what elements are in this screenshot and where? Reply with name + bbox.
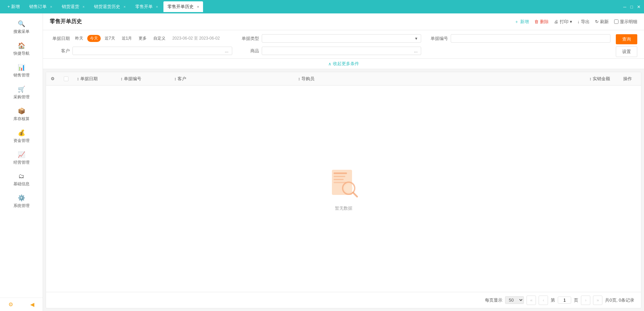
page-suffix: 页 bbox=[574, 297, 578, 303]
tab-retail-bill[interactable]: 零售开单 × bbox=[131, 1, 162, 12]
th-settings[interactable]: ⚙ bbox=[46, 76, 59, 81]
select-all-checkbox[interactable] bbox=[64, 76, 68, 81]
current-page-input[interactable] bbox=[558, 297, 571, 304]
th-bill-no-label: ↕ 单据编号 bbox=[120, 76, 141, 82]
sidebar-item-label: 搜索采单 bbox=[13, 29, 30, 35]
th-customer[interactable]: ↕ 客户 bbox=[170, 76, 294, 82]
bill-no-input[interactable] bbox=[451, 34, 610, 43]
date-tab-1month[interactable]: 近1月 bbox=[119, 35, 135, 42]
export-button[interactable]: ↓ 导出 bbox=[578, 19, 590, 25]
table-header: ⚙ ↕ 单据日期 ↕ 单据编号 ↕ 客户 ↕ 导购员 bbox=[46, 72, 641, 86]
filter-goods: 商品 ... bbox=[239, 47, 422, 55]
finance-icon: 💰 bbox=[18, 129, 25, 137]
th-amount[interactable]: ↕ 实销金额 bbox=[574, 76, 614, 82]
date-tabs: 昨天 今天 近7天 近1月 更多 自定义 bbox=[72, 35, 168, 42]
filter-customer: 客户 ... bbox=[50, 47, 232, 55]
add-label: 新增 bbox=[520, 19, 529, 25]
home-icon: 🏠 bbox=[18, 42, 25, 49]
tab-sales-return[interactable]: 销货退货 × bbox=[58, 1, 89, 12]
refresh-label: 刷新 bbox=[600, 19, 609, 25]
date-tab-7days[interactable]: 近7天 bbox=[102, 35, 118, 42]
sidebar-item-label: 经营管理 bbox=[13, 160, 30, 165]
close-icon[interactable]: × bbox=[83, 5, 85, 9]
first-page-button[interactable]: « bbox=[527, 296, 536, 305]
empty-text: 暂无数据 bbox=[335, 205, 352, 211]
display-detail-checkbox-container[interactable]: 显示明细 bbox=[614, 19, 637, 25]
display-detail-checkbox[interactable] bbox=[614, 19, 618, 24]
tab-retail-history[interactable]: 零售开单历史 × bbox=[163, 1, 203, 12]
bill-type-select[interactable]: ▾ bbox=[262, 34, 422, 43]
date-tab-more[interactable]: 更多 bbox=[136, 35, 149, 42]
th-checkbox[interactable] bbox=[59, 76, 73, 81]
goods-label: 商品 bbox=[239, 48, 259, 54]
prev-page-icon: ‹ bbox=[543, 298, 544, 303]
sidebar: 🔍 搜索采单 🏠 快捷导航 📊 销售管理 🛒 采购管理 📦 库存核算 💰 资金管… bbox=[0, 13, 43, 311]
date-tab-today[interactable]: 今天 bbox=[87, 35, 101, 42]
maximize-button[interactable]: □ bbox=[630, 4, 633, 9]
sidebar-item-inventory[interactable]: 📦 库存核算 bbox=[0, 103, 43, 125]
sidebar-item-quicknav[interactable]: 🏠 快捷导航 bbox=[0, 38, 43, 60]
top-navigation: + 新增 销售订单 × 销货退货 × 销货退货历史 × 零售开单 × 零售开单历… bbox=[0, 0, 644, 13]
date-label: 单据日期 bbox=[50, 36, 70, 42]
svg-rect-2 bbox=[334, 176, 345, 177]
bill-type-label: 单据类型 bbox=[239, 36, 259, 42]
filter-bill-no: 单据编号 bbox=[428, 34, 610, 43]
date-tab-yesterday[interactable]: 昨天 bbox=[72, 35, 86, 42]
customer-label: 客户 bbox=[50, 48, 70, 54]
last-page-button[interactable]: » bbox=[593, 296, 602, 305]
tab-home[interactable]: + 新增 bbox=[3, 1, 24, 12]
close-icon[interactable]: × bbox=[50, 5, 52, 9]
collapse-sidebar-button[interactable]: ◀ bbox=[30, 301, 34, 308]
sidebar-item-finance[interactable]: 💰 资金管理 bbox=[0, 125, 43, 147]
goods-select[interactable]: ... bbox=[262, 47, 422, 55]
close-icon[interactable]: × bbox=[123, 5, 126, 9]
th-bill-no[interactable]: ↕ 单据编号 bbox=[116, 76, 170, 82]
date-tab-custom[interactable]: 自定义 bbox=[151, 35, 168, 42]
settings-bottom-icon[interactable]: ⚙ bbox=[8, 301, 13, 308]
sidebar-item-search[interactable]: 🔍 搜索采单 bbox=[0, 16, 43, 38]
th-guide-label: ↕ 导购员 bbox=[298, 76, 314, 82]
display-detail-label: 显示明细 bbox=[620, 19, 637, 25]
close-icon[interactable]: × bbox=[197, 5, 199, 9]
sidebar-item-basic-info[interactable]: 🗂 基础信息 bbox=[0, 169, 43, 190]
tab-sales-return-history[interactable]: 销货退货历史 × bbox=[90, 1, 130, 12]
tab-label: 零售开单历史 bbox=[167, 4, 194, 10]
goods-ellipsis: ... bbox=[414, 48, 417, 53]
filter-bill-type: 单据类型 ▾ bbox=[239, 34, 422, 43]
print-button[interactable]: 🖨 打印 ▾ bbox=[554, 19, 572, 25]
customer-select[interactable]: ... bbox=[72, 47, 232, 55]
th-guide[interactable]: ↕ 导购员 bbox=[294, 76, 334, 82]
sidebar-item-label: 资金管理 bbox=[13, 138, 30, 144]
collapse-more-conditions[interactable]: ∧ 收起更多条件 bbox=[43, 59, 644, 69]
th-date[interactable]: ↕ 单据日期 bbox=[73, 76, 116, 82]
operations-icon: 📈 bbox=[18, 151, 25, 158]
svg-rect-1 bbox=[334, 172, 347, 174]
column-settings-icon: ⚙ bbox=[51, 76, 55, 81]
prev-page-button[interactable]: ‹ bbox=[539, 296, 548, 305]
add-button[interactable]: ＋ 新增 bbox=[514, 19, 529, 25]
sidebar-item-sales[interactable]: 📊 销售管理 bbox=[0, 60, 43, 82]
sidebar-item-purchase[interactable]: 🛒 采购管理 bbox=[0, 82, 43, 103]
per-page-select[interactable]: 20 50 100 bbox=[505, 296, 524, 304]
setting-button[interactable]: 设置 bbox=[616, 46, 637, 57]
close-icon[interactable]: × bbox=[156, 5, 158, 9]
sidebar-item-operations[interactable]: 📈 经营管理 bbox=[0, 147, 43, 169]
empty-state: 暂无数据 bbox=[46, 86, 641, 292]
minimize-button[interactable]: ─ bbox=[623, 4, 626, 9]
refresh-button[interactable]: ↻ 刷新 bbox=[595, 19, 609, 25]
print-dropdown-icon: ▾ bbox=[570, 19, 572, 24]
next-page-button[interactable]: › bbox=[581, 296, 590, 305]
tab-label: 销售订单 bbox=[29, 4, 47, 10]
date-range-value: 2023-06-02 至 2023-06-02 bbox=[172, 36, 219, 41]
print-label: 打印 bbox=[560, 19, 568, 25]
sidebar-item-label: 基础信息 bbox=[13, 181, 30, 187]
content-area: 零售开单历史 ＋ 新增 🗑 删除 🖨 打印 ▾ ↓ 导出 bbox=[43, 13, 644, 311]
inventory-icon: 📦 bbox=[18, 107, 25, 115]
tab-sales-order[interactable]: 销售订单 × bbox=[25, 1, 56, 12]
export-label: 导出 bbox=[581, 19, 590, 25]
close-window-button[interactable]: ✕ bbox=[637, 4, 641, 9]
sidebar-item-system[interactable]: ⚙️ 系统管理 bbox=[0, 190, 43, 212]
query-button[interactable]: 查询 bbox=[616, 34, 637, 44]
customer-ellipsis: ... bbox=[225, 48, 229, 53]
delete-button[interactable]: 🗑 删除 bbox=[534, 19, 549, 25]
